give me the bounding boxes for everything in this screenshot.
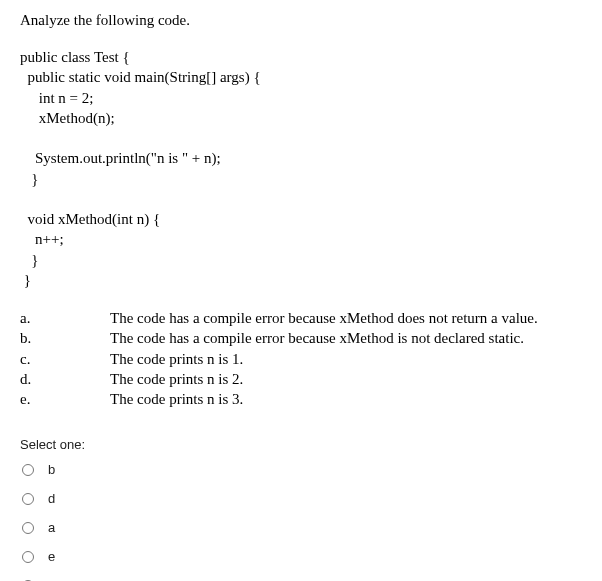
- option-text: The code prints n is 1.: [110, 349, 538, 369]
- radio-label: b: [48, 462, 55, 477]
- option-row: c. The code prints n is 1.: [20, 349, 538, 369]
- radio-circle-icon: [22, 522, 34, 534]
- option-row: b. The code has a compile error because …: [20, 328, 538, 348]
- option-letter: a.: [20, 308, 110, 328]
- option-row: a. The code has a compile error because …: [20, 308, 538, 328]
- question-prompt: Analyze the following code.: [20, 12, 582, 29]
- radio-circle-icon: [22, 464, 34, 476]
- radio-option-a[interactable]: a: [20, 520, 582, 535]
- option-row: e. The code prints n is 3.: [20, 389, 538, 409]
- option-text: The code prints n is 2.: [110, 369, 538, 389]
- option-letter: c.: [20, 349, 110, 369]
- option-letter: b.: [20, 328, 110, 348]
- answer-options: a. The code has a compile error because …: [20, 308, 538, 409]
- radio-label: a: [48, 520, 55, 535]
- option-letter: d.: [20, 369, 110, 389]
- radio-label: d: [48, 491, 55, 506]
- option-text: The code has a compile error because xMe…: [110, 308, 538, 328]
- option-row: d. The code prints n is 2.: [20, 369, 538, 389]
- radio-circle-icon: [22, 493, 34, 505]
- radio-option-e[interactable]: e: [20, 549, 582, 564]
- radio-option-b[interactable]: b: [20, 462, 582, 477]
- option-letter: e.: [20, 389, 110, 409]
- radio-option-d[interactable]: d: [20, 491, 582, 506]
- code-block: public class Test { public static void m…: [20, 47, 582, 290]
- select-one-label: Select one:: [20, 437, 582, 452]
- option-text: The code has a compile error because xMe…: [110, 328, 538, 348]
- option-text: The code prints n is 3.: [110, 389, 538, 409]
- radio-label: e: [48, 549, 55, 564]
- radio-circle-icon: [22, 551, 34, 563]
